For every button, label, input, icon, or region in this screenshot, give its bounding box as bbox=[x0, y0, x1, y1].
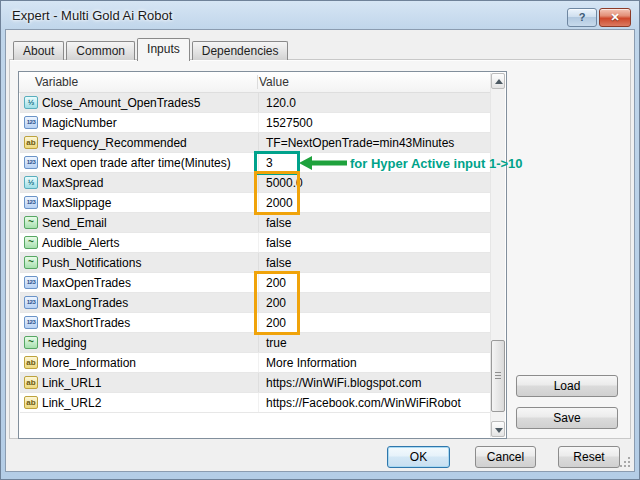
int-type-icon: 123 bbox=[24, 276, 38, 289]
table-row[interactable]: ~Push_Notificationsfalse bbox=[20, 253, 491, 273]
ok-button[interactable]: OK bbox=[387, 446, 450, 468]
bool-type-icon: ~ bbox=[24, 256, 38, 269]
inputs-table: Variable Value ½Close_Amount_OpenTrades5… bbox=[18, 71, 507, 439]
table-row[interactable]: ~Send_Emailfalse bbox=[20, 213, 491, 233]
bool-type-icon: ~ bbox=[24, 236, 38, 249]
scrollbar-thumb[interactable] bbox=[491, 340, 505, 412]
int-type-icon: 123 bbox=[24, 116, 38, 129]
resize-grip[interactable] bbox=[628, 465, 630, 467]
variable-value[interactable]: 200 bbox=[266, 296, 286, 310]
tab-inputs[interactable]: Inputs bbox=[137, 38, 190, 61]
cancel-button[interactable]: Cancel bbox=[475, 446, 536, 468]
variable-value[interactable]: More Information bbox=[266, 356, 357, 370]
variable-value[interactable]: 1527500 bbox=[266, 116, 313, 130]
string-type-icon: ab bbox=[24, 396, 38, 409]
vertical-scrollbar[interactable] bbox=[490, 73, 505, 437]
variable-value[interactable]: 3 bbox=[266, 156, 273, 170]
table-row[interactable]: ½Close_Amount_OpenTrades5120.0 bbox=[20, 93, 491, 113]
help-icon: ? bbox=[579, 11, 586, 23]
scroll-down-icon bbox=[495, 428, 503, 433]
int-type-icon: 123 bbox=[24, 196, 38, 209]
variable-value[interactable]: false bbox=[266, 256, 291, 270]
variable-name: Close_Amount_OpenTrades5 bbox=[42, 96, 200, 110]
bool-type-icon: ~ bbox=[24, 336, 38, 349]
string-type-icon: ab bbox=[24, 136, 38, 149]
variable-value[interactable]: TF=NextOpenTrade=min43Minutes bbox=[266, 136, 454, 150]
variable-value[interactable]: 200 bbox=[266, 276, 286, 290]
string-type-icon: ab bbox=[24, 376, 38, 389]
variable-name: Link_URL2 bbox=[42, 396, 101, 410]
variable-name: Hedging bbox=[42, 336, 87, 350]
tab-dependencies[interactable]: Dependencies bbox=[192, 41, 289, 60]
variable-name: Frequency_Recommended bbox=[42, 136, 187, 150]
close-button[interactable]: ✕ bbox=[599, 8, 631, 27]
variable-name: Link_URL1 bbox=[42, 376, 101, 390]
variable-value[interactable]: true bbox=[266, 336, 287, 350]
tab-bar: AboutCommonInputsDependencies bbox=[13, 37, 290, 60]
variable-name: Send_Email bbox=[42, 216, 107, 230]
help-button[interactable]: ? bbox=[567, 8, 597, 27]
table-row[interactable]: abLink_URL1https://WinWiFi.blogspot.com bbox=[20, 373, 491, 393]
double-type-icon: ½ bbox=[24, 96, 38, 109]
bool-type-icon: ~ bbox=[24, 216, 38, 229]
tab-common[interactable]: Common bbox=[66, 41, 135, 60]
int-type-icon: 123 bbox=[24, 296, 38, 309]
table-row[interactable]: 123MaxSlippage2000 bbox=[20, 193, 491, 213]
variable-value[interactable]: https://WinWiFi.blogspot.com bbox=[266, 376, 421, 390]
inputs-tab-page: Variable Value ½Close_Amount_OpenTrades5… bbox=[9, 59, 631, 439]
variable-name: MaxSlippage bbox=[42, 196, 111, 210]
double-type-icon: ½ bbox=[24, 176, 38, 189]
variable-value[interactable]: false bbox=[266, 216, 291, 230]
variable-value[interactable]: https://Facebook.com/WinWiFiRobot bbox=[266, 396, 461, 410]
scroll-up-icon bbox=[495, 79, 503, 84]
variable-name: MaxSpread bbox=[42, 176, 103, 190]
variable-name: MaxLongTrades bbox=[42, 296, 128, 310]
table-row[interactable]: 123MagicNumber1527500 bbox=[20, 113, 491, 133]
variable-name: MaxShortTrades bbox=[42, 316, 130, 330]
close-icon: ✕ bbox=[610, 11, 619, 23]
variable-name: MagicNumber bbox=[42, 116, 117, 130]
table-row[interactable]: ½MaxSpread5000.0 bbox=[20, 173, 491, 193]
variable-name: MaxOpenTrades bbox=[42, 276, 131, 290]
table-header: Variable Value bbox=[19, 72, 490, 93]
table-row[interactable]: ~Hedgingtrue bbox=[20, 333, 491, 353]
scroll-up-button[interactable] bbox=[491, 73, 505, 89]
reset-button[interactable]: Reset bbox=[558, 446, 620, 468]
table-body: ½Close_Amount_OpenTrades5120.0123MagicNu… bbox=[20, 93, 491, 413]
dialog-body: AboutCommonInputsDependencies Variable V… bbox=[5, 29, 635, 472]
column-header-variable[interactable]: Variable bbox=[35, 75, 78, 89]
table-row[interactable]: abLink_URL2https://Facebook.com/WinWiFiR… bbox=[20, 393, 491, 413]
title-bar: Expert - Multi Gold Ai Robot ? ✕ bbox=[1, 1, 639, 29]
window-title: Expert - Multi Gold Ai Robot bbox=[12, 8, 172, 23]
expert-properties-window: Expert - Multi Gold Ai Robot ? ✕ AboutCo… bbox=[0, 0, 640, 480]
load-button[interactable]: Load bbox=[516, 375, 618, 397]
string-type-icon: ab bbox=[24, 356, 38, 369]
tab-about[interactable]: About bbox=[13, 41, 64, 60]
annotation-text: for Hyper Active input 1->10 bbox=[350, 156, 523, 171]
variable-value[interactable]: 5000.0 bbox=[266, 176, 303, 190]
variable-value[interactable]: 120.0 bbox=[266, 96, 296, 110]
variable-name: Next open trade after time(Minutes) bbox=[42, 156, 231, 170]
table-row[interactable]: ~Audible_Alertsfalse bbox=[20, 233, 491, 253]
variable-name: More_Information bbox=[42, 356, 136, 370]
variable-value[interactable]: 2000 bbox=[266, 196, 293, 210]
variable-name: Push_Notifications bbox=[42, 256, 141, 270]
int-type-icon: 123 bbox=[24, 156, 38, 169]
save-button[interactable]: Save bbox=[516, 407, 618, 429]
table-row[interactable]: 123MaxOpenTrades200 bbox=[20, 273, 491, 293]
annotation-arrow-icon bbox=[299, 155, 347, 171]
table-row[interactable]: 123MaxShortTrades200 bbox=[20, 313, 491, 333]
table-row[interactable]: 123MaxLongTrades200 bbox=[20, 293, 491, 313]
int-type-icon: 123 bbox=[24, 316, 38, 329]
table-row[interactable]: abFrequency_RecommendedTF=NextOpenTrade=… bbox=[20, 133, 491, 153]
variable-value[interactable]: 200 bbox=[266, 316, 286, 330]
column-header-value[interactable]: Value bbox=[259, 75, 289, 89]
scroll-down-button[interactable] bbox=[491, 421, 505, 437]
variable-name: Audible_Alerts bbox=[42, 236, 119, 250]
table-row[interactable]: abMore_InformationMore Information bbox=[20, 353, 491, 373]
variable-value[interactable]: false bbox=[266, 236, 291, 250]
